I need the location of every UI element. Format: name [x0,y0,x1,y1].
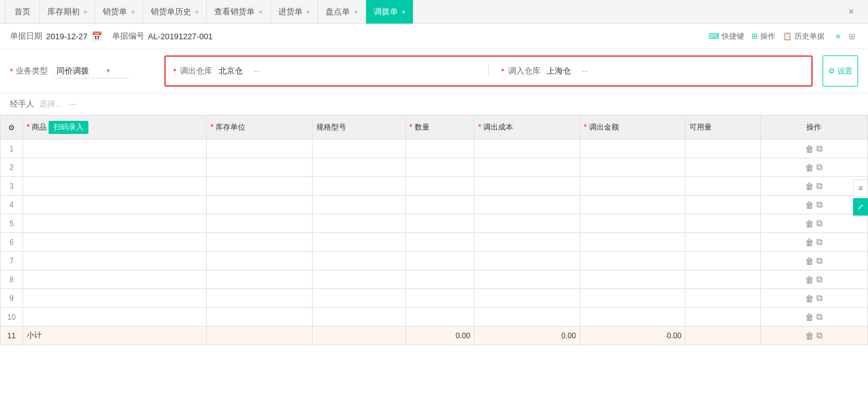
cell-amount[interactable] [580,177,686,196]
cell-qty[interactable] [405,252,474,270]
cell-cost[interactable] [474,214,580,233]
cell-amount[interactable] [580,158,686,177]
tab-home[interactable]: 首页 [5,0,40,24]
cell-amount[interactable] [580,252,686,270]
cell-spec[interactable] [312,196,405,214]
delete-icon[interactable]: 🗑 [805,200,814,210]
cell-amount[interactable] [580,289,686,308]
shortcut-action[interactable]: ⌨ 快捷键 [709,31,744,42]
close-icon[interactable]: × [195,8,199,16]
cell-product[interactable] [23,233,207,252]
warehouse-out-more[interactable]: ··· [254,67,260,75]
delete-icon[interactable]: 🗑 [805,144,814,154]
delete-icon[interactable]: 🗑 [805,275,814,285]
cell-qty[interactable] [405,158,474,177]
cell-cost[interactable] [474,140,580,158]
cell-qty[interactable] [405,233,474,252]
cell-amount[interactable] [580,270,686,289]
tab-inventory-check[interactable]: 盘点单 × [318,0,366,24]
cell-cost[interactable] [474,233,580,252]
cell-product[interactable] [23,196,207,214]
warehouse-out-value[interactable]: 北京仓 [219,65,243,77]
handler-placeholder[interactable]: 选择... [39,98,62,110]
close-icon[interactable]: × [306,8,310,16]
close-icon[interactable]: × [131,8,134,16]
cell-spec[interactable] [312,270,405,289]
close-icon[interactable]: × [258,8,262,16]
cell-qty[interactable] [405,308,474,326]
col-gear[interactable]: ⚙ [1,116,23,140]
cell-amount[interactable] [580,308,686,326]
cell-qty[interactable] [405,270,474,289]
tab-sales-history[interactable]: 销货单历史 × [143,0,207,24]
cell-unit[interactable] [206,158,312,177]
cell-product[interactable] [23,140,207,158]
close-icon[interactable]: × [402,8,405,16]
tab-transfer[interactable]: 调拨单 × [366,0,413,24]
tab-sales-order[interactable]: 销货单 × [95,0,143,24]
delete-icon[interactable]: 🗑 [805,237,814,247]
cell-spec[interactable] [312,233,405,252]
cell-amount[interactable] [580,214,686,233]
cell-spec[interactable] [312,158,405,177]
history-action[interactable]: 📋 历史单据 [783,31,824,42]
cell-qty[interactable] [405,196,474,214]
cell-unit[interactable] [206,233,312,252]
settings-button[interactable]: ⚙ 设置 [823,55,858,87]
delete-icon[interactable]: 🗑 [805,256,814,266]
cell-product[interactable] [23,177,207,196]
copy-icon[interactable]: ⧉ [816,237,823,247]
window-close-button[interactable]: × [839,0,863,24]
cell-cost[interactable] [474,270,580,289]
copy-icon[interactable]: ⧉ [816,312,823,322]
cell-unit[interactable] [206,270,312,289]
warehouse-in-more[interactable]: ··· [582,67,588,75]
cell-amount[interactable] [580,196,686,214]
delete-icon[interactable]: 🗑 [805,163,814,173]
delete-icon[interactable]: 🗑 [805,293,814,303]
cell-qty[interactable] [405,289,474,308]
cell-unit[interactable] [206,196,312,214]
layout-grid-btn[interactable]: ⊞ [846,30,858,42]
cell-unit[interactable] [206,289,312,308]
copy-icon[interactable]: ⧉ [816,181,823,191]
cell-cost[interactable] [474,196,580,214]
cell-unit[interactable] [206,308,312,326]
cell-spec[interactable] [312,214,405,233]
cell-product[interactable] [23,158,207,177]
cell-product[interactable] [23,214,207,233]
operation-action[interactable]: ⊞ 操作 [752,31,775,42]
tab-view-sales[interactable]: 查看销货单 × [207,0,270,24]
scan-button[interactable]: 扫码录入 [49,121,88,134]
handler-more[interactable]: ··· [70,100,76,108]
warehouse-in-value[interactable]: 上海仓 [547,65,571,77]
cell-cost[interactable] [474,289,580,308]
business-type-select[interactable]: 同价调拨 ▾ [54,64,129,79]
delete-icon[interactable]: 🗑 [805,331,814,341]
cell-product[interactable] [23,308,207,326]
cell-amount[interactable] [580,233,686,252]
calendar-icon[interactable]: 📅 [92,31,102,41]
cell-amount[interactable] [580,140,686,158]
cell-cost[interactable] [474,252,580,270]
cell-spec[interactable] [312,308,405,326]
cell-spec[interactable] [312,289,405,308]
copy-icon[interactable]: ⧉ [816,293,823,303]
cell-spec[interactable] [312,140,405,158]
cell-qty[interactable] [405,140,474,158]
cell-cost[interactable] [474,158,580,177]
cell-unit[interactable] [206,177,312,196]
copy-icon[interactable]: ⧉ [816,218,823,229]
delete-icon[interactable]: 🗑 [805,181,814,191]
cell-product[interactable] [23,270,207,289]
cell-product[interactable] [23,289,207,308]
cell-cost[interactable] [474,308,580,326]
close-icon[interactable]: × [354,8,357,16]
cell-unit[interactable] [206,140,312,158]
cell-qty[interactable] [405,214,474,233]
cell-unit[interactable] [206,252,312,270]
close-icon[interactable]: × [83,8,87,16]
float-list-btn[interactable]: ≡ [853,179,868,197]
cell-cost[interactable] [474,177,580,196]
delete-icon[interactable]: 🗑 [805,312,814,322]
